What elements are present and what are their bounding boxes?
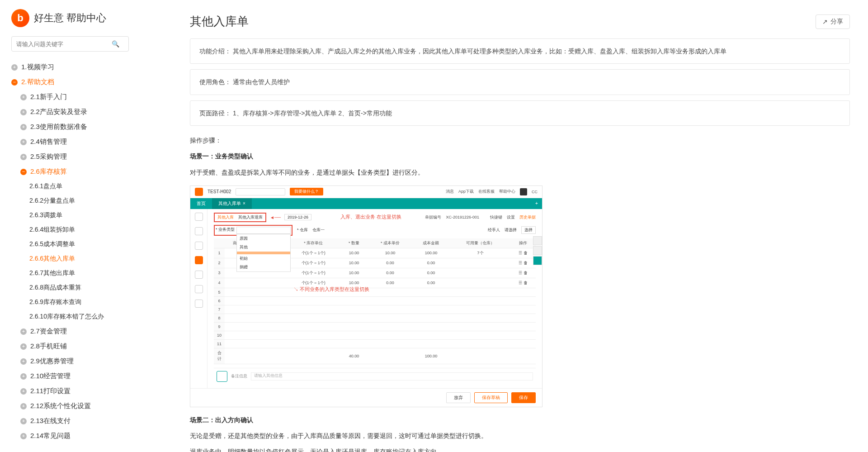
ss-date-input[interactable]: 2019-12-26 <box>284 214 311 220</box>
nav-2-12[interactable]: 2.12系统个性化设置 <box>11 399 136 414</box>
nav-2-6-4[interactable]: 2.6.4组装拆卸单 <box>11 223 136 237</box>
close-icon[interactable]: × <box>243 201 245 206</box>
ss-dd-option[interactable]: 其他 <box>237 243 290 252</box>
table-row[interactable]: 11 <box>214 339 536 348</box>
ss-discard-button[interactable]: 放弃 <box>446 392 471 403</box>
nav-2-4[interactable]: 2.4销售管理 <box>11 134 136 149</box>
ss-remark-input[interactable]: 请输入其他信息 <box>251 372 533 381</box>
ss-tabs: 首页 其他入库单 × + <box>190 198 542 209</box>
nav-label: 2.6.5成本调整单 <box>29 240 75 248</box>
table-row[interactable]: 6 <box>214 296 536 305</box>
ss-rail-icon[interactable] <box>195 285 203 293</box>
ss-top-search[interactable] <box>236 188 285 195</box>
ss-radio-in[interactable]: 其他入库 <box>217 214 234 220</box>
nav-2-6-2[interactable]: 2.6.2分量盘点单 <box>11 194 136 208</box>
nav-2-14[interactable]: 2.14常见问题 <box>11 428 136 443</box>
ss-link-service[interactable]: 在线客服 <box>478 189 495 195</box>
nav-2-1[interactable]: 2.1新手入门 <box>11 90 136 105</box>
nav-label: 2.1新手入门 <box>30 93 67 101</box>
nav-label: 2.7资金管理 <box>30 327 67 336</box>
ss-avatar-icon[interactable] <box>520 188 527 195</box>
nav-2-5[interactable]: 2.5采购管理 <box>11 149 136 164</box>
nav-video[interactable]: 1.视频学习 <box>11 60 136 75</box>
info-label: 功能介绍： <box>199 48 231 55</box>
ss-top-right: 消息 App下载 在线客服 帮助中心 CC <box>446 188 538 195</box>
nav-2-11[interactable]: 2.11打印设置 <box>11 384 136 399</box>
ss-header-row: 其他入库 其他入库退库 ◄── 2019-12-26 入库、退出业务 在这里切换… <box>214 213 536 222</box>
ss-link-msg[interactable]: 消息 <box>446 189 454 195</box>
nav-2-6-1[interactable]: 2.6.1盘点单 <box>11 179 136 194</box>
ss-link-app[interactable]: App下载 <box>458 189 474 195</box>
nav-2-3[interactable]: 2.3使用前数据准备 <box>11 119 136 134</box>
ss-docno-label: 单据编号 <box>425 214 441 220</box>
ss-username: CC <box>532 190 538 194</box>
search-icon[interactable]: 🔍 <box>112 40 119 48</box>
nav-helpdoc[interactable]: 2.帮助文档 <box>11 75 136 90</box>
table-row[interactable]: 10 <box>214 331 536 339</box>
th-idx <box>214 238 225 248</box>
table-row[interactable]: 5 <box>214 288 536 296</box>
nav-label: 2.6.9库存账本查询 <box>29 298 81 306</box>
share-button[interactable]: ↗ 分享 <box>816 14 850 29</box>
nav-2-2[interactable]: 2.2产品安装及登录 <box>11 105 136 119</box>
ss-link-help[interactable]: 帮助中心 <box>499 189 515 195</box>
nav-2-8[interactable]: 2.8手机旺铺 <box>11 339 136 354</box>
table-row[interactable]: 8 <box>214 314 536 322</box>
scenario-1-title: 场景一：业务类型确认 <box>190 151 850 162</box>
ss-tab-home[interactable]: 首页 <box>190 198 212 209</box>
ss-link-shortcut[interactable]: 快捷键 <box>490 214 502 220</box>
ss-radio-return[interactable]: 其他入库退库 <box>238 214 263 220</box>
ss-link-history[interactable]: 历史单据 <box>519 214 536 220</box>
ss-type-radio[interactable]: 其他入库 其他入库退库 <box>214 213 266 222</box>
nav-2-13[interactable]: 2.13在线支付 <box>11 414 136 428</box>
ss-biztype-select[interactable] <box>236 227 291 234</box>
plus-icon <box>20 109 27 115</box>
ss-rail-icon[interactable] <box>195 227 203 235</box>
nav-2-6[interactable]: 2.6库存核算 <box>11 164 136 179</box>
nav-2-6-6[interactable]: 2.6.6其他入库单 <box>11 252 136 266</box>
table-row[interactable]: 9 <box>214 322 536 331</box>
ss-tab-add[interactable]: + <box>531 201 542 206</box>
nav-2-6-10[interactable]: 2.6.10库存账本错了怎么办 <box>11 309 136 324</box>
ss-wh-value[interactable]: 仓库一 <box>312 227 325 233</box>
ss-rail-icon[interactable] <box>195 300 203 308</box>
nav-2-6-5[interactable]: 2.6.5成本调整单 <box>11 237 136 252</box>
ss-save-button[interactable]: 保存 <box>511 392 536 403</box>
nav-label: 2.11打印设置 <box>30 387 71 395</box>
ss-dd-option[interactable]: 初始 <box>237 254 290 263</box>
ss-draft-button[interactable]: 保存草稿 <box>474 392 508 403</box>
ss-rail-icon-active[interactable] <box>195 256 203 264</box>
ss-rail-icon[interactable] <box>195 242 203 250</box>
ss-rail-icon[interactable] <box>195 213 203 221</box>
ss-person-select[interactable]: 请选择 <box>505 227 517 233</box>
scenario-2-text1: 无论是受赠，还是其他类型的业务，由于入库商品质量等原因，需要退回，这时可通过单据… <box>190 430 850 442</box>
page-title: 其他入库单 <box>190 14 249 29</box>
ss-tool-icon[interactable] <box>533 236 542 245</box>
nav-label: 2.5采购管理 <box>30 152 67 161</box>
ss-tool-icon[interactable] <box>533 246 542 255</box>
ss-dd-option[interactable]: 原因 <box>237 234 290 243</box>
search-input[interactable] <box>11 36 129 52</box>
table-row[interactable]: 4个(1个 = 1个)10.000.000.00☰ 🗑 <box>214 278 536 288</box>
ss-tool-icon[interactable] <box>533 256 542 265</box>
nav-2-6-3[interactable]: 2.6.3调拨单 <box>11 208 136 223</box>
arrow-icon: ↘ <box>293 286 298 292</box>
ss-tab-current[interactable]: 其他入库单 × <box>212 198 252 209</box>
ss-action-button[interactable]: 我要做什么？ <box>290 188 323 195</box>
remark-icon <box>217 371 227 382</box>
ss-link-settings[interactable]: 设置 <box>507 214 515 220</box>
nav-2-6-9[interactable]: 2.6.9库存账本查询 <box>11 295 136 309</box>
ss-dd-option[interactable]: 捐赠 <box>237 263 290 271</box>
nav-2-10[interactable]: 2.10经营管理 <box>11 369 136 384</box>
nav-2-9[interactable]: 2.9优惠券管理 <box>11 354 136 369</box>
ss-choose-button[interactable]: 选择 <box>521 226 536 234</box>
ss-rail-icon[interactable] <box>195 271 203 279</box>
ss-left-rail <box>190 209 208 388</box>
nav-label: 2.14常见问题 <box>30 432 71 440</box>
table-row[interactable]: 7 <box>214 305 536 314</box>
info-text: 通常由仓管人员维护 <box>233 78 290 86</box>
nav-2-6-7[interactable]: 2.6.7其他出库单 <box>11 266 136 281</box>
nav-2-7[interactable]: 2.7资金管理 <box>11 324 136 339</box>
scenario-2-title: 场景二：出入方向确认 <box>190 414 850 426</box>
nav-2-6-8[interactable]: 2.6.8商品成本重算 <box>11 281 136 295</box>
